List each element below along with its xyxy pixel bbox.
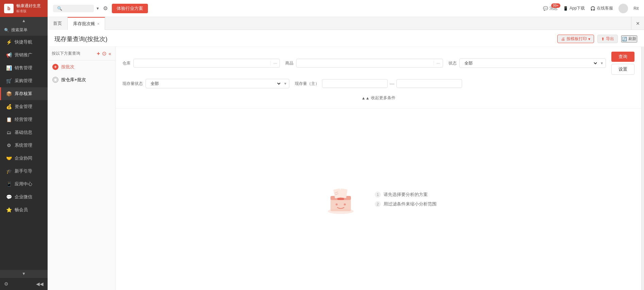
stock-status-select[interactable]: 全部: [146, 79, 282, 88]
sidebar-header: b 畅康通好生意 标准版: [0, 0, 48, 17]
online-service-label: 在线客服: [597, 5, 613, 11]
left-panel-header: 按以下方案查询 + ⊙ «: [48, 47, 115, 60]
warehouse-label: 仓库: [122, 60, 131, 66]
print-dropdown-icon[interactable]: ▾: [588, 37, 590, 41]
status-select[interactable]: 全部 启用 停用: [460, 59, 598, 68]
sidebar-item-marketing[interactable]: 📢 营销推广: [0, 49, 48, 61]
warehouse-more-icon[interactable]: ···: [270, 61, 279, 66]
app-download-button[interactable]: 📱 App下载: [563, 5, 585, 11]
newbie-icon: 🎓: [6, 168, 12, 174]
app-edition: 标准版: [16, 9, 41, 14]
sidebar-scroll-up[interactable]: ▲: [0, 17, 48, 24]
user-avatar[interactable]: [618, 4, 628, 13]
sidebar-footer: ⚙ ◀◀: [0, 277, 48, 290]
sidebar-item-label: 企业微信: [15, 194, 32, 200]
print-label: 按模板打印: [566, 36, 587, 42]
right-scrollbar[interactable]: [641, 47, 644, 290]
topbar-search-icon: 🔍: [57, 6, 62, 11]
sidebar-item-label: 快捷导航: [15, 39, 32, 45]
trial-button[interactable]: 体验行业方案: [112, 4, 148, 13]
filter-row-2: 现存量状态 全部 ▾ 现存量（主）: [122, 79, 634, 88]
body-area: 按以下方案查询 + ⊙ « 按批次: [48, 47, 644, 290]
empty-tips: 1 请先选择要分析的方案 2 用过滤条件来缩小分析范围: [375, 192, 437, 207]
message-icon: 💬: [543, 6, 548, 11]
stock-qty-label: 现存量（主）: [295, 81, 319, 87]
sidebar-item-newbie[interactable]: 🎓 新手引导: [0, 165, 48, 178]
svg-rect-9: [339, 188, 347, 198]
tip-1-text: 请先选择要分析的方案: [384, 192, 428, 198]
warehouse-input[interactable]: [134, 59, 270, 67]
sidebar-item-inventory[interactable]: 📦 库存核算: [0, 87, 48, 100]
topbar-dropdown-arrow[interactable]: ▾: [97, 6, 99, 11]
left-panel: 按以下方案查询 + ⊙ « 按批次: [48, 47, 116, 290]
topbar-search-box[interactable]: 🔍: [53, 5, 94, 12]
collapse-conditions-button[interactable]: ▲▲ 收起更多条件: [122, 92, 634, 104]
print-icon: 🖨: [561, 37, 565, 41]
sidebar-item-purchase[interactable]: 🛒 采购管理: [0, 74, 48, 87]
add-plan-icon[interactable]: +: [97, 51, 100, 57]
empty-illustration: [320, 179, 361, 220]
tab-home[interactable]: 首页: [48, 17, 68, 30]
sidebar-item-vip[interactable]: ⭐ 畅会员: [0, 203, 48, 216]
sidebar-item-wechat[interactable]: 💬 企业微信: [0, 191, 48, 203]
plan-item-cangku[interactable]: 按仓库+批次: [48, 73, 115, 86]
sidebar-item-enterprise[interactable]: 🤝 企业协同: [0, 152, 48, 165]
sidebar-item-label: 采购管理: [15, 78, 32, 84]
stock-qty-max-input[interactable]: [396, 79, 462, 88]
sidebar-item-finance[interactable]: 💰 资金管理: [0, 100, 48, 113]
refresh-label: 刷新: [628, 36, 637, 42]
sidebar-scroll-down[interactable]: ▼: [0, 270, 48, 277]
filter-row-1: 仓库 ··· 商品 ···: [122, 52, 634, 75]
marketing-icon: 📢: [6, 52, 12, 58]
settings-button[interactable]: 设置: [611, 64, 634, 75]
export-button[interactable]: ⬆ 导出: [597, 35, 618, 43]
topbar-gear-icon[interactable]: ⚙: [102, 4, 109, 13]
svg-rect-5: [337, 198, 344, 200]
query-button[interactable]: 查询: [611, 52, 634, 62]
sidebar-item-operation[interactable]: 📋 经营管理: [0, 113, 48, 126]
basic-icon: 🗂: [6, 129, 12, 135]
product-more-icon[interactable]: ···: [434, 61, 443, 66]
content-area: 现存量查询(按批次) 🖨 按模板打印 ▾ ⬆ 导出 🔄 刷新: [48, 30, 644, 290]
right-panel: 仓库 ··· 商品 ···: [116, 47, 641, 290]
online-service-button[interactable]: 🎧 在线客服: [590, 5, 613, 11]
export-label: 导出: [606, 36, 614, 42]
filter-area: 仓库 ··· 商品 ···: [116, 47, 641, 109]
sidebar-item-apps[interactable]: 📱 应用中心: [0, 178, 48, 191]
plan-settings-icon[interactable]: ⊙: [102, 50, 106, 57]
range-separator: —: [390, 81, 394, 86]
status-label: 状态: [448, 60, 457, 66]
sidebar-item-label: 企业协同: [15, 155, 32, 161]
status-dropdown-icon: ▾: [598, 61, 606, 66]
sidebar-collapse-icon[interactable]: ◀◀: [36, 281, 44, 287]
sidebar-search[interactable]: 🔍 搜索菜单: [0, 24, 48, 36]
stock-status-filter-group: 现存量状态 全部 ▾: [122, 79, 289, 88]
tab-close-icon[interactable]: ×: [97, 22, 99, 26]
sidebar-item-quick[interactable]: ⚡ 快捷导航: [0, 36, 48, 49]
app-logo: b: [4, 4, 14, 13]
message-button[interactable]: 💬 消息 99+: [543, 5, 558, 11]
print-button[interactable]: 🖨 按模板打印 ▾: [557, 35, 594, 43]
sidebar-item-system[interactable]: ⚙ 系统管理: [0, 139, 48, 152]
svg-point-6: [336, 203, 338, 205]
sidebar-item-sales[interactable]: 📊 销售管理: [0, 61, 48, 74]
tab-panel-close-button[interactable]: ✕: [631, 17, 644, 30]
stock-qty-min-input[interactable]: [322, 79, 388, 88]
refresh-icon: 🔄: [622, 37, 627, 41]
sidebar-item-basic[interactable]: 🗂 基础信息: [0, 126, 48, 139]
plan-item-pici[interactable]: 按批次: [48, 60, 115, 73]
app-name: 畅康通好生意: [16, 3, 41, 9]
refresh-button[interactable]: 🔄 刷新: [621, 35, 637, 42]
tip-2-text: 用过滤条件来缩小分析范围: [384, 201, 437, 207]
panel-collapse-icon[interactable]: «: [108, 51, 111, 56]
system-icon: ⚙: [6, 142, 12, 148]
tab-home-label: 首页: [53, 20, 62, 26]
svg-point-1: [54, 78, 57, 81]
stock-qty-filter-group: 现存量（主） —: [295, 79, 462, 88]
tab-inventory-batch[interactable]: 库存批次账 ×: [68, 17, 105, 30]
settings-icon[interactable]: ⚙: [4, 281, 9, 287]
plan-label-pici: 按批次: [61, 64, 74, 70]
apps-icon: 📱: [6, 181, 12, 187]
app-download-label: App下载: [570, 5, 585, 11]
product-input[interactable]: [296, 59, 433, 67]
